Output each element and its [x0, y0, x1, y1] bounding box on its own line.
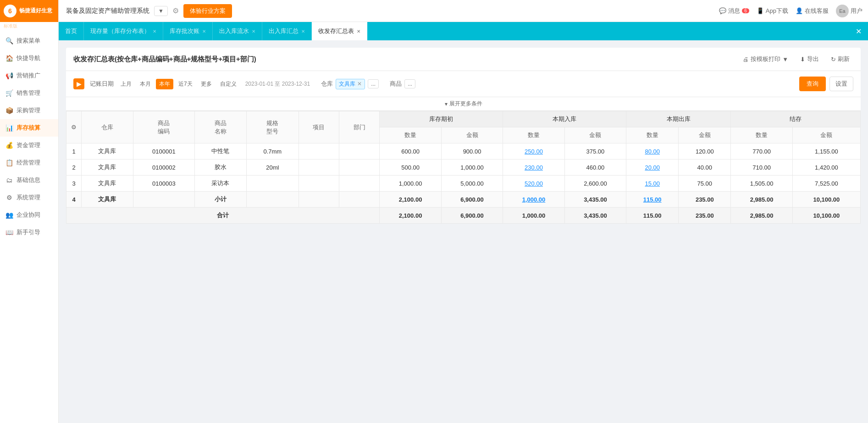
warehouse-tag-close-icon[interactable]: ✕ — [357, 81, 362, 87]
row-spec: 0.7mm — [246, 143, 299, 159]
row-out-qty[interactable]: 80.00 — [626, 143, 679, 159]
tab-inout-summary[interactable]: 出入库汇总 ✕ — [262, 22, 312, 40]
date-btn-this-month[interactable]: 本月 — [137, 79, 154, 89]
row-index: 2 — [66, 159, 82, 176]
data-table: ⚙ 仓库 商品编码 商品名称 规格型号 项目 部门 库存期初 本期入库 本期出库… — [66, 111, 861, 224]
export-label: 导出 — [807, 55, 819, 63]
message-icon: 💬 — [719, 7, 726, 14]
col-settings-header[interactable]: ⚙ — [66, 111, 82, 143]
trial-button[interactable]: 体验行业方案 — [183, 4, 232, 18]
row-out-amt: 75.00 — [679, 176, 731, 192]
filter-row: 记账日期 上月 本月 本年 近7天 更多 自定义 2023-01-01 至 20… — [90, 77, 853, 91]
avatar: Ea — [836, 5, 849, 17]
row-code: 0100002 — [133, 159, 194, 176]
warehouse-tag-label: 文具库 — [339, 80, 355, 88]
col-in-qty-header: 数量 — [503, 127, 564, 143]
row-in-amt: 375.00 — [564, 143, 626, 159]
date-btn-7days[interactable]: 近7天 — [175, 79, 196, 89]
col-open-amt-header: 金额 — [441, 127, 503, 143]
message-button[interactable]: 💬 消息 6 — [719, 7, 749, 15]
goods-label: 商品 — [390, 80, 402, 88]
row-out-qty[interactable]: 20.00 — [626, 159, 679, 176]
row-in-qty[interactable]: 250.00 — [503, 143, 564, 159]
service-icon: 👤 — [796, 7, 803, 14]
sidebar-item-guide[interactable]: 📖 新手引导 — [0, 224, 58, 241]
tab-home[interactable]: 首页 — [59, 22, 84, 40]
row-close-qty: 2,985.00 — [731, 192, 792, 208]
settings-button[interactable]: 设置 — [829, 77, 853, 91]
query-button[interactable]: 查询 — [799, 77, 826, 91]
sidebar-item-label: 搜索菜单 — [17, 37, 40, 45]
tab-batch[interactable]: 库存批次账 ✕ — [163, 22, 213, 40]
row-in-amt: 460.00 — [564, 159, 626, 176]
close-icon[interactable]: ✕ — [153, 29, 156, 34]
date-btn-this-year[interactable]: 本年 — [156, 79, 173, 89]
sidebar-item-purchase[interactable]: 📦 采购管理 — [0, 102, 58, 119]
row-project — [299, 192, 339, 208]
sidebar-item-enterprise[interactable]: 👥 企业协同 — [0, 206, 58, 224]
row-in-qty[interactable]: 520.00 — [503, 176, 564, 192]
refresh-button[interactable]: ↻ 刷新 — [827, 53, 853, 65]
row-out-qty[interactable]: 115.00 — [626, 192, 679, 208]
row-open-qty: 500.00 — [380, 159, 441, 176]
warehouse-label: 仓库 — [321, 80, 333, 88]
sidebar-item-label: 基础信息 — [17, 176, 40, 184]
row-warehouse: 文具库 — [82, 143, 133, 159]
warehouse-more-button[interactable]: ... — [368, 79, 379, 88]
sidebar-item-sales[interactable]: 🛒 销售管理 — [0, 84, 58, 102]
close-icon[interactable]: ✕ — [202, 29, 206, 34]
date-btn-custom[interactable]: 自定义 — [217, 79, 240, 89]
col-closing-header: 结存 — [731, 111, 861, 127]
close-icon[interactable]: ✕ — [301, 29, 305, 34]
online-service-button[interactable]: 👤 在线客服 — [796, 7, 829, 15]
phone-icon: 📱 — [757, 7, 764, 14]
tab-flow[interactable]: 出入库流水 ✕ — [213, 22, 262, 40]
refresh-label: 刷新 — [838, 55, 850, 63]
sidebar-item-quick-nav[interactable]: 🏠 快捷导航 — [0, 49, 58, 67]
date-btn-last-month[interactable]: 上月 — [117, 79, 135, 89]
tab-recv-send-summary[interactable]: 收发存汇总表 ✕ — [312, 22, 367, 40]
refresh-icon: ↻ — [831, 56, 836, 63]
sidebar-item-label: 系统管理 — [17, 193, 40, 202]
purchase-icon: 📦 — [6, 107, 13, 114]
close-icon[interactable]: ✕ — [252, 29, 255, 34]
sidebar-item-label: 快捷导航 — [17, 54, 40, 62]
tab-inventory-dist[interactable]: 现存量（库存分布表） ✕ — [84, 22, 163, 40]
row-in-qty[interactable]: 1,000.00 — [503, 192, 564, 208]
sidebar-item-marketing[interactable]: 📢 营销推广 — [0, 67, 58, 84]
row-name: 小计 — [195, 192, 247, 208]
print-button[interactable]: 🖨 按模板打印 ▼ — [739, 53, 792, 65]
app-download-button[interactable]: 📱 App下载 — [757, 7, 788, 15]
filter-toggle-button[interactable]: ▶ — [73, 78, 84, 89]
warehouse-tag[interactable]: 文具库 ✕ — [336, 79, 365, 89]
expand-more-button[interactable]: ▾ 展开更多条件 — [66, 97, 861, 111]
export-button[interactable]: ⬇ 导出 — [796, 53, 823, 65]
row-index: 3 — [66, 176, 82, 192]
footer-close-qty: 2,985.00 — [731, 208, 792, 224]
row-in-qty[interactable]: 230.00 — [503, 159, 564, 176]
logo-icon: 6 — [4, 5, 17, 17]
settings-icon[interactable]: ⚙ — [172, 6, 179, 15]
row-out-qty[interactable]: 15.00 — [626, 176, 679, 192]
sidebar-item-finance[interactable]: 💰 资金管理 — [0, 137, 58, 154]
sidebar-item-search[interactable]: 🔍 搜索菜单 — [0, 32, 58, 49]
close-all-tabs-button[interactable]: ✕ — [849, 22, 868, 40]
col-name-header: 商品名称 — [195, 111, 247, 143]
sidebar-item-operations[interactable]: 📋 经营管理 — [0, 154, 58, 171]
page-header: 收发存汇总表(按仓库+商品编码+商品+规格型号+项目+部门) 🖨 按模板打印 ▼… — [66, 48, 861, 71]
col-spec-header: 规格型号 — [246, 111, 299, 143]
close-icon[interactable]: ✕ — [357, 29, 360, 34]
finance-icon: 💰 — [6, 142, 13, 149]
date-btn-more[interactable]: 更多 — [198, 79, 215, 89]
sidebar-item-basic[interactable]: 🗂 基础信息 — [0, 171, 58, 189]
row-warehouse: 文具库 — [82, 176, 133, 192]
col-close-qty-header: 数量 — [731, 127, 792, 143]
user-menu[interactable]: Ea 用户 — [836, 5, 862, 17]
page-title: 收发存汇总表(按仓库+商品编码+商品+规格型号+项目+部门) — [73, 55, 256, 64]
sidebar-item-system[interactable]: ⚙ 系统管理 — [0, 189, 58, 206]
sidebar-item-inventory[interactable]: 📊 库存核算 — [0, 119, 58, 137]
row-open-amt: 6,900.00 — [441, 192, 503, 208]
goods-more-button[interactable]: ... — [404, 79, 415, 88]
home-icon: 🏠 — [6, 55, 13, 62]
system-dropdown[interactable]: ▼ — [154, 6, 168, 16]
